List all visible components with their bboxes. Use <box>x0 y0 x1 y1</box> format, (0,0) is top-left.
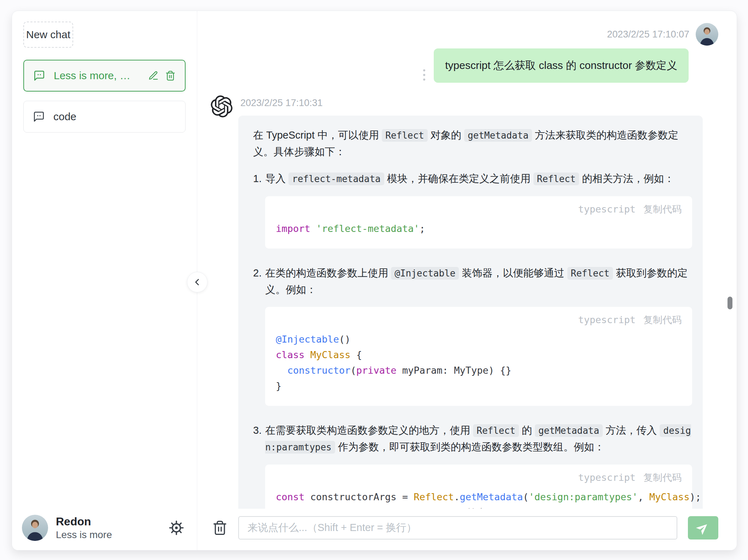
copy-code-button[interactable]: 复制代码 <box>643 472 682 484</box>
conversation-title: Less is more, Wor... <box>54 70 140 82</box>
user-avatar <box>696 23 718 46</box>
conversation-actions <box>148 70 176 81</box>
assistant-message-col: 2023/2/25 17:10:31 在 TypeScript 中，可以使用 R… <box>238 95 718 509</box>
step-number: 1. <box>253 170 265 263</box>
clear-conversation-button[interactable] <box>212 520 228 536</box>
step-number: 2. <box>253 265 265 420</box>
send-plane-icon <box>694 519 712 537</box>
message-input[interactable] <box>238 516 677 539</box>
code-block-header: typescript 复制代码 <box>276 203 682 215</box>
user-message-text: typescript 怎么获取 class 的 constructor 参数定义 <box>445 59 677 71</box>
code-language-label: typescript <box>578 314 636 326</box>
sidebar: New chat Less is more, Wor... code Redon… <box>12 11 197 550</box>
sidebar-conversation-0[interactable]: Less is more, Wor... <box>23 60 186 92</box>
step-text: 在需要获取类构造函数参数定义的地方，使用 Reflect 的 getMetada… <box>265 422 692 455</box>
user-message: 2023/2/25 17:10:07 typescript 怎么获取 class… <box>211 23 718 83</box>
assistant-step-1: 1. 导入 reflect-metadata 模块，并确保在类定义之前使用 Re… <box>253 170 692 263</box>
code-block: typescript 复制代码 import 'reflect-metadata… <box>265 196 692 249</box>
profile-name: Redon <box>56 514 161 529</box>
chat-main: 2023/2/25 17:10:07 typescript 怎么获取 class… <box>197 11 737 550</box>
inline-code: @Injectable <box>391 267 459 280</box>
inline-code: getMetadata <box>535 424 603 437</box>
assistant-message-bubble: 在 TypeScript 中，可以使用 Reflect 对象的 getMetad… <box>238 116 703 509</box>
app-window: New chat Less is more, Wor... code Redon… <box>12 11 737 550</box>
step-text: 在类的构造函数参数上使用 @Injectable 装饰器，以便能够通过 Refl… <box>265 265 692 298</box>
conversation-list: Less is more, Wor... code <box>23 60 186 133</box>
message-options-dots-icon[interactable] <box>423 69 425 81</box>
code-content: const constructorArgs = Reflect.getMetad… <box>276 489 682 509</box>
profile-texts: Redon Less is more <box>56 514 161 541</box>
inline-code: Reflect <box>473 424 519 437</box>
sidebar-collapse-button[interactable] <box>187 272 208 292</box>
copy-code-button[interactable]: 复制代码 <box>643 314 682 326</box>
user-bubble-row: typescript 怎么获取 class 的 constructor 参数定义 <box>434 48 689 83</box>
step-text: 导入 reflect-metadata 模块，并确保在类定义之前使用 Refle… <box>265 170 692 187</box>
inline-code: getMetadata <box>464 129 532 142</box>
sidebar-conversation-1[interactable]: code <box>23 101 186 133</box>
profile-section: Redon Less is more <box>12 509 197 550</box>
inline-code: reflect-metadata <box>288 173 384 185</box>
code-block: typescript 复制代码 @Injectable() class MyCl… <box>265 307 692 406</box>
assistant-intro-paragraph: 在 TypeScript 中，可以使用 Reflect 对象的 getMetad… <box>253 127 692 160</box>
code-content: @Injectable() class MyClass { constructo… <box>276 332 682 394</box>
user-message-meta: 2023/2/25 17:10:07 <box>607 23 718 46</box>
new-chat-button[interactable]: New chat <box>23 22 73 48</box>
assistant-step-3: 3. 在需要获取类构造函数参数定义的地方，使用 Reflect 的 getMet… <box>253 422 692 509</box>
code-block-header: typescript 复制代码 <box>276 314 682 326</box>
settings-button[interactable] <box>169 520 184 536</box>
step-body: 在需要获取类构造函数参数定义的地方，使用 Reflect 的 getMetada… <box>265 422 692 509</box>
inline-code: Reflect <box>382 129 428 142</box>
trash-icon <box>212 520 228 536</box>
chat-bubble-icon <box>33 111 45 123</box>
code-language-label: typescript <box>578 203 636 215</box>
inline-code: Reflect <box>533 173 579 185</box>
composer-bar <box>197 509 737 550</box>
conversation-panel: New chat Less is more, Wor... code <box>12 11 197 509</box>
delete-trash-icon[interactable] <box>165 70 176 81</box>
code-language-label: typescript <box>578 472 636 484</box>
step-body: 在类的构造函数参数上使用 @Injectable 装饰器，以便能够通过 Refl… <box>265 265 692 420</box>
code-content: import 'reflect-metadata'; <box>276 221 682 237</box>
user-timestamp: 2023/2/25 17:10:07 <box>607 29 689 40</box>
edit-pencil-icon[interactable] <box>148 70 159 81</box>
send-button[interactable] <box>688 516 718 539</box>
chat-scroll-area[interactable]: 2023/2/25 17:10:07 typescript 怎么获取 class… <box>197 11 737 509</box>
scrollbar-thumb[interactable] <box>727 297 732 309</box>
profile-subtitle: Less is more <box>56 529 161 541</box>
inline-code: Reflect <box>567 267 613 280</box>
chat-bubble-icon <box>33 70 45 82</box>
assistant-timestamp: 2023/2/25 17:10:31 <box>240 98 718 109</box>
profile-avatar <box>22 515 48 541</box>
openai-logo-icon <box>211 95 233 117</box>
chevron-left-icon <box>193 278 202 287</box>
assistant-message: 2023/2/25 17:10:31 在 TypeScript 中，可以使用 R… <box>211 95 718 509</box>
conversation-title: code <box>53 111 176 123</box>
step-number: 3. <box>253 422 265 509</box>
step-body: 导入 reflect-metadata 模块，并确保在类定义之前使用 Refle… <box>265 170 692 263</box>
code-block-header: typescript 复制代码 <box>276 472 682 484</box>
user-message-bubble: typescript 怎么获取 class 的 constructor 参数定义 <box>434 48 689 83</box>
copy-code-button[interactable]: 复制代码 <box>643 203 682 215</box>
code-block: typescript 复制代码 const constructorArgs = … <box>265 465 692 509</box>
assistant-step-2: 2. 在类的构造函数参数上使用 @Injectable 装饰器，以便能够通过 R… <box>253 265 692 420</box>
gear-icon <box>169 520 184 536</box>
